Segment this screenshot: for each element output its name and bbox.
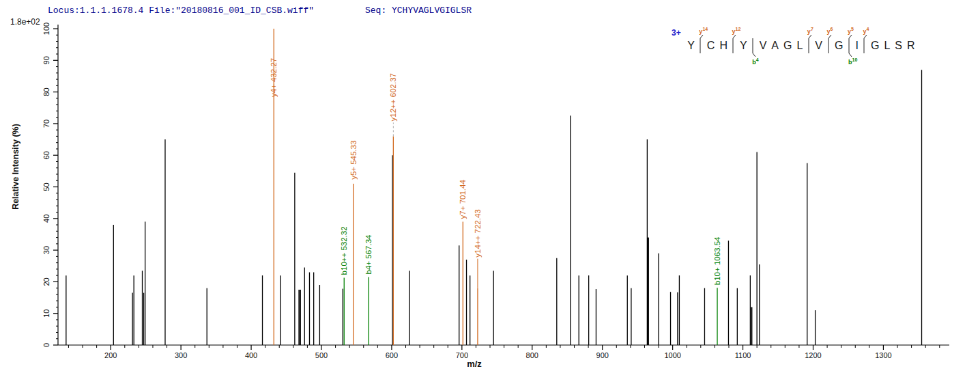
x-tick-label: 1100 — [735, 351, 751, 359]
fragmentation-divider: y12 — [730, 28, 737, 64]
residue: L — [882, 28, 893, 64]
y-ion-marker-label: y14 — [699, 27, 708, 35]
residue: S — [893, 28, 905, 64]
residue: G — [868, 28, 881, 64]
y-tick-label: 10 — [42, 310, 51, 318]
divider-mark-icon — [805, 34, 813, 57]
y-axis-title: Relative Intensity (%) — [11, 124, 20, 210]
x-axis-title: m/z — [467, 359, 482, 369]
x-tick-label: 400 — [245, 351, 257, 359]
ion-label: y12++ 602.37 — [389, 73, 397, 121]
residue: L — [794, 28, 805, 64]
peptide-sequence-panel: 3+ Yy14CHy12Yb4VAGLy7Vy6Gy5b10Iy4GLSR — [672, 28, 917, 64]
ion-label: y7+ 701.44 — [459, 180, 467, 219]
divider-mark-icon — [846, 34, 853, 57]
x-tick-label: 500 — [315, 351, 328, 359]
fragmentation-divider: b4 — [749, 28, 757, 64]
residue: Y — [685, 28, 697, 64]
ion-label: b10++ 532.32 — [340, 226, 348, 275]
fragmentation-divider: y14 — [697, 28, 704, 64]
y-tick-label: 20 — [42, 277, 51, 286]
x-tick-label: 300 — [175, 351, 187, 359]
ion-label: y5+ 545.33 — [349, 141, 358, 180]
b-ion-marker-label: b10 — [848, 57, 857, 66]
y-tick-label: 60 — [42, 151, 51, 159]
divider-mark-icon — [861, 34, 868, 57]
ion-label: y4+ 432.27 — [270, 58, 278, 97]
y-ion-marker-label: y12 — [732, 27, 740, 35]
residue: G — [781, 28, 794, 64]
ion-label: y14++ 722.43 — [474, 209, 482, 257]
y-tick-label: 80 — [42, 87, 51, 96]
b-ion-marker-label: b4 — [752, 57, 758, 66]
y-tick-label: 30 — [42, 246, 51, 254]
x-tick-label: 1000 — [664, 351, 680, 359]
y-ion-marker-label: y6 — [827, 27, 833, 35]
residue: V — [757, 28, 769, 64]
divider-mark-icon — [749, 34, 757, 57]
x-tick-label: 800 — [526, 351, 538, 359]
spectrum-viewer: Locus:1.1.1.1678.4 File:"20180816_001_ID… — [0, 0, 980, 384]
residue: A — [769, 28, 781, 64]
residue: H — [717, 28, 730, 64]
y-tick-label: 90 — [42, 56, 51, 64]
y-ion-marker-label: y4 — [863, 27, 869, 35]
x-tick-label: 200 — [104, 351, 117, 359]
sequence-row: Yy14CHy12Yb4VAGLy7Vy6Gy5b10Iy4GLSR — [685, 28, 917, 64]
x-tick-label: 900 — [596, 351, 609, 359]
y-ion-marker-label: y5 — [848, 27, 854, 35]
x-tick-label: 600 — [386, 351, 398, 359]
fragmentation-divider: y5b10 — [846, 28, 853, 64]
y-tick-label: 40 — [42, 215, 51, 223]
y-tick-label: 50 — [42, 182, 51, 191]
fragmentation-divider: y6 — [825, 28, 833, 64]
precursor-charge-label: 3+ — [672, 28, 681, 38]
ion-label: b10+ 1063.54 — [713, 236, 721, 285]
fragmentation-divider: y7 — [805, 28, 813, 64]
y-tick-label: 70 — [42, 120, 51, 128]
residue: G — [833, 28, 846, 64]
y-tick-label: 100 — [42, 23, 51, 35]
x-tick-label: 1300 — [875, 351, 891, 359]
residue: V — [813, 28, 825, 64]
divider-mark-icon — [730, 34, 737, 57]
y-tick-label: 0 — [42, 343, 51, 347]
x-tick-label: 1200 — [805, 351, 821, 359]
divider-mark-icon — [825, 34, 833, 57]
residue: R — [904, 28, 917, 64]
divider-mark-icon — [697, 34, 704, 57]
fragmentation-divider: y4 — [861, 28, 868, 64]
y-ion-marker-label: y7 — [807, 27, 813, 35]
ion-label: b4+ 567.34 — [364, 234, 373, 274]
